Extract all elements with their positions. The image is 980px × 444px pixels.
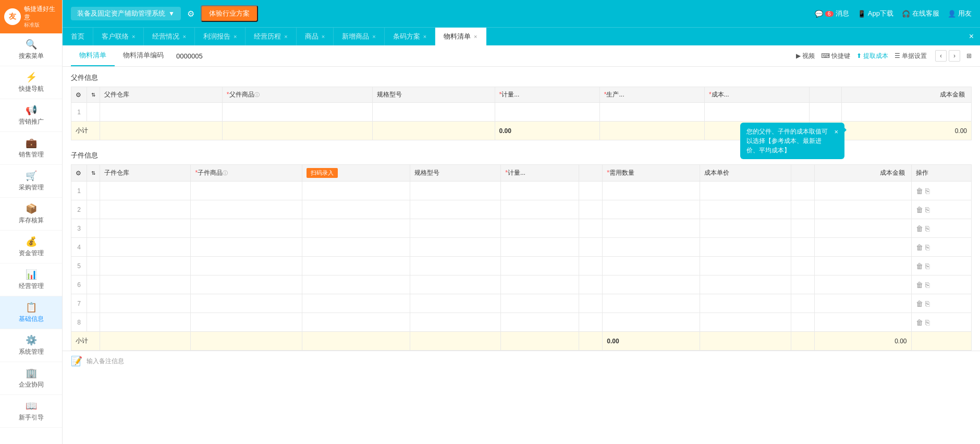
copy-icon[interactable]: ⎘ (925, 262, 929, 270)
copy-icon[interactable]: ⎘ (925, 206, 929, 214)
sidebar-item-finance[interactable]: 💰 资金管理 (0, 231, 62, 263)
copy-icon[interactable]: ⎘ (925, 281, 929, 289)
tab-goods-close[interactable]: × (322, 33, 325, 40)
grid-view-btn[interactable]: ⊞ (966, 52, 972, 59)
delete-icon[interactable]: 🗑 (916, 318, 923, 327)
delete-icon[interactable]: 🗑 (916, 187, 923, 195)
nav-close-btn[interactable]: × (963, 28, 980, 45)
tab-customer-label: 客户联络 (102, 32, 129, 41)
settings-icon[interactable]: ⚙ (187, 9, 194, 19)
parent-col-settings[interactable]: ⚙ (71, 87, 87, 103)
sidebar-item-marketing[interactable]: 📢 营销推广 (0, 99, 62, 132)
nav-tabs: 首页 客户联络 × 经营情况 × 利润报告 × 经营历程 × 商品 × 新增商品… (63, 27, 980, 45)
parent-col-cost: *成本... (705, 87, 810, 103)
table-row: 4 🗑⎘ (71, 238, 972, 257)
delete-icon[interactable]: 🗑 (916, 224, 923, 233)
tab-barcode[interactable]: 条码方案 × (385, 28, 435, 45)
copy-icon[interactable]: ⎘ (925, 299, 929, 308)
sidebar-item-basic-info[interactable]: 📋 基础信息 (0, 296, 62, 329)
sidebar-item-operations[interactable]: 📊 经营管理 (0, 263, 62, 296)
tab-customer-close[interactable]: × (132, 33, 135, 40)
tab-bom[interactable]: 物料清单 × (435, 28, 486, 45)
sidebar-item-inventory[interactable]: 📦 库存核算 (0, 198, 62, 231)
dropdown-icon[interactable]: ▼ (168, 10, 175, 17)
sidebar-item-quick-nav[interactable]: ⚡ 快捷导航 (0, 66, 62, 99)
child-unitcost-1 (700, 182, 791, 200)
copy-icon[interactable]: ⎘ (925, 318, 929, 327)
sub-tab-bom-list[interactable]: 物料清单 (71, 45, 115, 66)
child-measure-1[interactable] (501, 182, 579, 200)
parent-production-cell[interactable] (599, 103, 704, 122)
finance-icon: 💰 (26, 236, 37, 247)
parent-goods-cell[interactable] (222, 103, 372, 122)
single-setting-btn[interactable]: ☰ 单据设置 (895, 52, 927, 61)
app-download-btn[interactable]: 📱 App下载 (858, 9, 893, 18)
child-warehouse-1[interactable] (100, 182, 191, 200)
inventory-icon: 📦 (26, 203, 37, 214)
tab-bom-close[interactable]: × (474, 33, 477, 40)
sidebar-item-search[interactable]: 🔍 搜索菜单 (0, 33, 62, 66)
tab-goods[interactable]: 商品 × (297, 28, 334, 45)
tab-bom-label: 物料清单 (444, 32, 471, 41)
copy-icon[interactable]: ⎘ (925, 187, 929, 195)
online-service-btn[interactable]: 🎧 在线客服 (902, 9, 939, 18)
child-col-settings[interactable]: ⚙ (71, 165, 87, 182)
view-btn[interactable]: ▶ 视频 (796, 52, 815, 61)
child-action-1: 🗑 ⎘ (911, 182, 972, 200)
tooltip-close-btn[interactable]: × (834, 127, 838, 137)
next-btn[interactable]: › (949, 50, 960, 62)
child-goods-1[interactable] (191, 182, 302, 200)
tab-history-close[interactable]: × (284, 33, 287, 40)
scan-btn[interactable]: 扫码录入 (307, 168, 338, 178)
copy-icon[interactable]: ⎘ (925, 243, 929, 251)
parent-warehouse-cell[interactable] (100, 103, 223, 122)
parent-measure-cell[interactable] (495, 103, 599, 122)
delete-icon[interactable]: 🗑 (916, 206, 923, 214)
parent-cost-cell[interactable] (705, 103, 810, 122)
tab-history[interactable]: 经营历程 × (246, 28, 296, 45)
parent-col-goods: *父件商品ⓘ (222, 87, 372, 103)
child-spec-1[interactable] (410, 182, 500, 200)
shortcut-btn[interactable]: ⌨ 快捷键 (821, 52, 850, 61)
child-section: 子件信息 ⚙ ⇅ 子件仓库 *子件商品ⓘ 扫码录入 规格型号 *计量... (63, 145, 980, 351)
sidebar-item-system[interactable]: ⚙️ 系统管理 (0, 329, 62, 362)
delete-icon[interactable]: 🗑 (916, 281, 923, 289)
prev-btn[interactable]: ‹ (935, 50, 947, 62)
child-qty-1[interactable] (603, 182, 700, 200)
delete-icon[interactable]: 🗑 (916, 299, 923, 308)
child-col-empty (579, 165, 603, 182)
tab-profit-close[interactable]: × (234, 33, 237, 40)
tab-new-goods-close[interactable]: × (372, 33, 375, 40)
cost-btn[interactable]: ⬆ 提取成本 (856, 52, 888, 61)
copy-icon[interactable]: ⎘ (925, 224, 929, 233)
sidebar-item-sales[interactable]: 💼 销售管理 (0, 132, 62, 165)
tab-barcode-close[interactable]: × (423, 33, 426, 40)
flash-icon: ⚡ (26, 71, 37, 83)
sidebar-item-purchase[interactable]: 🛒 采购管理 (0, 165, 62, 198)
table-row: 7 🗑⎘ (71, 294, 972, 313)
child-empty-1 (579, 182, 603, 200)
tab-operations[interactable]: 经营情况 × (144, 28, 194, 45)
tab-home[interactable]: 首页 (63, 28, 93, 45)
message-badge: 6 (825, 11, 834, 17)
parent-subtotal-cost-qty: 0.00 (495, 122, 599, 140)
child-col-goods: *子件商品ⓘ (191, 165, 302, 182)
row-num: 1 (71, 103, 87, 122)
message-btn[interactable]: 💬 6 消息 (815, 9, 849, 18)
sidebar-item-guide[interactable]: 📖 新手引导 (0, 395, 62, 428)
purchase-icon: 🛒 (26, 170, 37, 182)
user-btn[interactable]: 👤 用友 (948, 9, 972, 18)
parent-spec-cell[interactable] (372, 103, 495, 122)
delete-icon[interactable]: 🗑 (916, 243, 923, 251)
parent-subtotal-c5 (599, 122, 704, 140)
parent-col-empty (810, 87, 841, 103)
tab-profit[interactable]: 利润报告 × (195, 28, 246, 45)
sub-tab-bom-code[interactable]: 物料清单编码 (115, 45, 172, 66)
sidebar-item-enterprise[interactable]: 🏢 企业协同 (0, 362, 62, 395)
tab-customer[interactable]: 客户联络 × (93, 28, 144, 45)
tab-operations-close[interactable]: × (182, 33, 186, 40)
tab-new-goods[interactable]: 新增商品 × (334, 28, 384, 45)
delete-icon[interactable]: 🗑 (916, 262, 923, 270)
trial-button[interactable]: 体验行业方案 (201, 5, 258, 22)
tab-operations-label: 经营情况 (152, 32, 179, 41)
